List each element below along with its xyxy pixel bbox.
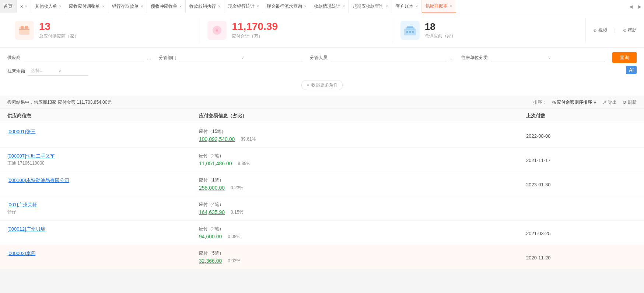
nav-tab-collection-stats[interactable]: 收款情况统计× bbox=[310, 0, 349, 13]
person-dots[interactable]: ... bbox=[449, 55, 454, 61]
transaction-row-1: 11,051,486.009.89% bbox=[199, 161, 526, 166]
nav-tab-close-t1[interactable]: × bbox=[25, 4, 27, 8]
filter-row-1: 供应商 ... 分管部门 ∨ 分管人员 ... 往来单位分类 ∨ 查询 bbox=[7, 52, 637, 63]
nav-tab-payable-adjust[interactable]: 应收应付调整单× bbox=[65, 0, 108, 13]
table-row: [000002]李四应付（5笔）32,366.000.03%2020-11-20 bbox=[0, 245, 644, 269]
supplier-link-4[interactable]: [000012]广州贝瑞 bbox=[7, 226, 45, 232]
supplier-link-2[interactable]: [000100]本特勒油品有限公司 bbox=[7, 177, 69, 183]
nav-tab-close-collection-stats[interactable]: × bbox=[343, 4, 345, 8]
supplier-filter-input[interactable] bbox=[24, 54, 144, 62]
sort-value[interactable]: 按应付余额倒序排序 ∨ bbox=[552, 99, 597, 106]
balance-placeholder: 选择... bbox=[31, 68, 58, 74]
stat-card-2-text: 11,170.39 应付合计（万） bbox=[232, 21, 278, 39]
nav-tab-t1[interactable]: 3× bbox=[17, 0, 31, 13]
transaction-label-0: 应付（15笔） bbox=[199, 128, 526, 135]
person-filter-input[interactable] bbox=[330, 54, 447, 62]
nav-tab-cash-bank-stats[interactable]: 现金银行统计× bbox=[224, 0, 263, 13]
nav-tab-close-bank-deposit[interactable]: × bbox=[141, 4, 143, 8]
table-row-inner-0: [000001]张三应付（15笔）100,092,540.0089.61%202… bbox=[0, 123, 644, 147]
result-bar: 搜索结果中，供应商13家 应付金额 111,703,854.00元 排序： 按应… bbox=[0, 96, 644, 109]
nav-tab-close-customer-account[interactable]: × bbox=[416, 4, 418, 8]
nav-tab-receivable-exec[interactable]: 收款核销执行× bbox=[186, 0, 224, 13]
table-row-inner-5: [000002]李四应付（5笔）32,366.000.03%2020-11-20 bbox=[0, 245, 644, 269]
nav-tab-close-cash-bank-stats[interactable]: × bbox=[257, 4, 259, 8]
stat-number-suppliers: 13 bbox=[39, 21, 79, 32]
nav-next-arrow[interactable]: ▶ bbox=[635, 0, 644, 13]
nav-tab-close-receivable-exec[interactable]: × bbox=[218, 4, 220, 8]
nav-tab-cash-bank-flow[interactable]: 现金银行流水查询× bbox=[263, 0, 311, 13]
table-row: [000001]张三应付（15笔）100,092,540.0089.61%202… bbox=[0, 123, 644, 148]
help-link[interactable]: ⊙ 帮助 bbox=[623, 27, 637, 34]
transaction-label-5: 应付（5笔） bbox=[199, 250, 526, 256]
nav-tab-overdue-query[interactable]: 超期应收款查询× bbox=[349, 0, 392, 13]
nav-tab-bank-deposit[interactable]: 银行存取款单× bbox=[108, 0, 147, 13]
amount-link-0[interactable]: 100,092,540.00 bbox=[199, 136, 235, 142]
transaction-col-4: 应付（2笔）94,600.000.08% bbox=[199, 226, 526, 239]
supplier-link-0[interactable]: [000001]张三 bbox=[7, 129, 36, 134]
amount-link-4[interactable]: 94,600.00 bbox=[199, 234, 222, 239]
balance-filter-select[interactable]: 选择... ∨ bbox=[28, 66, 88, 76]
refresh-button[interactable]: ↺ 刷新 bbox=[623, 99, 637, 106]
nav-tab-close-payable-adjust[interactable]: × bbox=[102, 4, 104, 8]
sort-label: 排序： bbox=[533, 99, 546, 106]
transaction-label-2: 应付（1笔） bbox=[199, 177, 526, 183]
nav-tab-prepay-offset[interactable]: 预收冲应收单× bbox=[147, 0, 186, 13]
nav-tab-close-supplier-account[interactable]: × bbox=[450, 4, 452, 8]
nav-tab-home[interactable]: 首页 bbox=[0, 0, 17, 13]
stat-card-total: 18 总供应商（家） bbox=[393, 18, 586, 43]
stat-label-payable: 应付合计（万） bbox=[232, 33, 278, 39]
divider: | bbox=[615, 28, 616, 33]
nav-prev-arrow[interactable]: ◀ bbox=[626, 0, 635, 13]
amount-link-5[interactable]: 32,366.00 bbox=[199, 258, 222, 264]
dept-filter-select[interactable]: ∨ bbox=[179, 54, 303, 62]
ai-badge[interactable]: Ai bbox=[626, 66, 637, 74]
amount-link-1[interactable]: 11,051,486.00 bbox=[199, 161, 232, 166]
collapse-container: ∧ 收起更多条件 bbox=[7, 79, 637, 92]
nav-tab-close-cash-bank-flow[interactable]: × bbox=[304, 4, 307, 8]
nav-tab-label-overdue-query: 超期应收款查询 bbox=[353, 3, 384, 10]
video-link[interactable]: ⊙ 视频 bbox=[593, 27, 607, 34]
stat-label-total: 总供应商（家） bbox=[425, 33, 456, 39]
stat-card-suppliers: 13 总应付供应商（家） bbox=[7, 18, 200, 43]
search-button[interactable]: 查询 bbox=[612, 52, 637, 63]
nav-tab-supplier-account[interactable]: 供应商账本× bbox=[422, 0, 456, 13]
filter-row-2: 往来余额 选择... ∨ bbox=[7, 66, 637, 76]
last-payment-2: 2023-01-30 bbox=[526, 180, 637, 187]
balance-filter-label: 往来余额 bbox=[7, 68, 25, 74]
supplier-filter-label: 供应商 bbox=[7, 55, 21, 61]
supplier-link-5[interactable]: [000002]李四 bbox=[7, 251, 36, 256]
supplier-dots[interactable]: ... bbox=[147, 55, 151, 61]
result-summary: 搜索结果中，供应商13家 应付金额 111,703,854.00元 bbox=[7, 99, 533, 106]
transaction-row-4: 94,600.000.08% bbox=[199, 234, 526, 239]
stat-number-payable: 11,170.39 bbox=[232, 21, 278, 32]
stat-card-1-text: 13 总应付供应商（家） bbox=[39, 21, 79, 39]
filter-balance: 往来余额 选择... ∨ bbox=[7, 66, 88, 76]
supplier-col-0: [000001]张三 bbox=[7, 128, 199, 135]
category-chevron-icon: ∨ bbox=[548, 55, 602, 60]
transaction-row-5: 32,366.000.03% bbox=[199, 258, 526, 264]
amount-link-2[interactable]: 258,000.00 bbox=[199, 185, 225, 191]
payable-stat-icon: ¥ bbox=[207, 21, 227, 40]
dept-chevron-icon: ∨ bbox=[241, 55, 300, 60]
collapse-button[interactable]: ∧ 收起更多条件 bbox=[301, 80, 342, 90]
category-filter-select[interactable]: ∨ bbox=[491, 54, 605, 62]
transaction-label-3: 应付（4笔） bbox=[199, 201, 526, 208]
stat-card-3-text: 18 总供应商（家） bbox=[425, 21, 456, 39]
supplier-link-1[interactable]: [000007]恒旺二手叉车 bbox=[7, 153, 55, 159]
nav-tab-close-overdue-query[interactable]: × bbox=[386, 4, 388, 8]
stats-bar: 13 总应付供应商（家） ¥ 11,170.39 应付合计（万） bbox=[0, 13, 644, 48]
transaction-row-2: 258,000.000.23% bbox=[199, 185, 526, 191]
last-payment-0: 2022-08-08 bbox=[526, 132, 637, 139]
nav-tab-customer-account[interactable]: 客户账本× bbox=[392, 0, 422, 13]
nav-tab-other-income[interactable]: 其他收入单× bbox=[31, 0, 66, 13]
percentage-0: 89.61% bbox=[241, 137, 256, 142]
nav-tab-close-prepay-offset[interactable]: × bbox=[179, 4, 182, 8]
amount-link-3[interactable]: 164,635.90 bbox=[199, 209, 225, 215]
svg-rect-10 bbox=[409, 31, 411, 33]
nav-tab-close-other-income[interactable]: × bbox=[59, 4, 62, 8]
nav-tab-label-other-income: 其他收入单 bbox=[35, 3, 57, 10]
export-button[interactable]: ↗ 导出 bbox=[603, 99, 617, 106]
balance-chevron-icon: ∨ bbox=[58, 68, 85, 73]
supplier-link-3[interactable]: [001]广州荣轩 bbox=[7, 202, 37, 207]
supplier-col-1: [000007]恒旺二手叉车王通 17106110000 bbox=[7, 153, 199, 166]
